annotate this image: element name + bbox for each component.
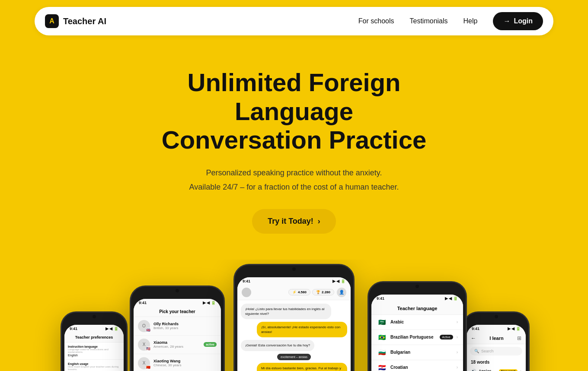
filter-icon: ⊞ xyxy=(517,335,521,341)
teacher-desc: American, 28 years xyxy=(153,345,200,349)
word-item: 🔊 Ansias New word › xyxy=(467,366,526,371)
word-text: Ansias xyxy=(479,369,496,371)
phone-left: 9:41▶ ◀ 🔋 Pick your teacher O 🇬🇧 Olly Ri… xyxy=(130,285,225,371)
chat-header: ⚡ 4.580 🏆 2.280 👤 xyxy=(237,285,351,300)
logo[interactable]: A Teacher AI xyxy=(45,14,106,28)
lang-name: Bulgarian xyxy=(390,350,453,355)
new-word-badge: New word xyxy=(499,369,518,371)
score1: ⚡ 4.580 xyxy=(288,289,310,295)
words-list: 🔊 Ansias New word › 🔊 Bienvenido › 🔊 Pel… xyxy=(467,366,526,371)
teacher-name: Xiaoma xyxy=(153,340,200,345)
active-badge: active xyxy=(204,342,217,347)
hero-subtitle2: Available 24/7 – for a fraction of the c… xyxy=(9,181,579,193)
teacher-info: Xiaoting Wang Chinese, 30 years xyxy=(153,359,217,367)
words-title: I learn xyxy=(489,336,503,341)
teacher-info: Xiaoma American, 28 years xyxy=(153,340,200,349)
phone-right: 9:41▶ ◀ 🔋 Teacher language 🇸🇦 Arabic › 🇧… xyxy=(368,281,467,371)
pref-label: English usage xyxy=(68,362,120,365)
words-search[interactable]: 🔍 Search xyxy=(470,347,522,355)
lang-item: 🇧🇬 Bulgarian › xyxy=(371,345,463,360)
hero-section: Unlimited Foreign Language Conversation … xyxy=(0,42,588,242)
logo-text: Teacher AI xyxy=(63,16,106,26)
profile-icon: 👤 xyxy=(337,288,346,297)
chat-message: Mi día estuvo bastante bien, gracias. Fu… xyxy=(257,363,347,371)
phone-center: 9:41▶ ◀ 🔋 ⚡ 4.580 🏆 2.280 👤 ¡Hola! ¿List… xyxy=(233,264,355,371)
nav-for-schools[interactable]: For schools xyxy=(358,17,394,25)
teacher-header: Pick your teacher xyxy=(134,307,221,317)
active-lang-badge: Active xyxy=(440,335,453,339)
navbar: A Teacher AI For schools Testimonials He… xyxy=(35,7,553,35)
teacher-avatar: O 🇬🇧 xyxy=(138,320,150,332)
teacher-avatar: X 🇺🇸 xyxy=(138,339,150,351)
logo-icon: A xyxy=(45,14,59,28)
words-header: ← I learn ⊞ xyxy=(467,333,526,344)
teacher-info: Olly Richards British, 33 years xyxy=(153,322,217,330)
lang-chevron-icon: › xyxy=(457,320,458,324)
login-button[interactable]: → Login xyxy=(493,12,543,30)
pref-desc: Language used for instructions and expla… xyxy=(68,348,120,353)
phone-far-right: 9:41▶ ◀ 🔋 ← I learn ⊞ 🔍 Search 18 words … xyxy=(463,311,530,371)
lang-name: Croatian xyxy=(390,365,453,370)
hero-title: Unlimited Foreign Language Conversation … xyxy=(130,68,458,155)
chat-message: excitement – ansias xyxy=(277,354,311,361)
login-icon: → xyxy=(503,17,510,25)
teacher-list: O 🇬🇧 Olly Richards British, 33 years X 🇺… xyxy=(134,317,221,371)
search-icon: 🔍 xyxy=(474,349,479,353)
chat-message: ¡Hola! ¿Listo para llevar tus habilidade… xyxy=(241,304,331,319)
flag-badge: 🇬🇧 xyxy=(146,328,151,333)
nav-testimonials[interactable]: Testimonials xyxy=(410,17,448,25)
phone-far-left: 9:41▶ ◀ 🔋 Teacher preferences Instructio… xyxy=(61,311,128,371)
score2: 🏆 2.280 xyxy=(312,289,334,295)
lang-item: 🇧🇷 Brazilian Portuguese Active › xyxy=(371,330,463,345)
words-count: 18 words xyxy=(467,358,526,366)
flag-badge: 🇺🇸 xyxy=(146,346,151,352)
teacher-avatar: X 🇨🇳 xyxy=(138,357,150,369)
pref-label: Instruction language xyxy=(68,345,120,348)
lang-chevron-icon: › xyxy=(457,350,458,355)
chat-avatar xyxy=(242,288,251,297)
flag-badge: 🇨🇳 xyxy=(146,365,151,370)
chat-messages: ¡Hola! ¿Listo para llevar tus habilidade… xyxy=(237,300,351,371)
chevron-icon: › xyxy=(520,369,521,371)
phones-showcase: 9:41▶ ◀ 🔋 Teacher preferences Instructio… xyxy=(0,260,588,371)
lang-flag: 🇸🇦 xyxy=(377,318,387,326)
lang-item: 🇸🇦 Arabic › xyxy=(371,315,463,330)
teacher-name: Olly Richards xyxy=(153,322,217,326)
pref-title: Teacher preferences xyxy=(64,333,124,342)
speaker-icon: 🔊 xyxy=(471,369,476,371)
chat-message: ¡Genial! Esta conversación fue tu dia ho… xyxy=(241,340,314,351)
cta-button[interactable]: Try it Today! › xyxy=(252,209,336,234)
hero-subtitle1: Personalized speaking practice without t… xyxy=(9,167,579,179)
pref-item: Instruction language Language used for i… xyxy=(64,342,124,360)
lang-chevron-icon: › xyxy=(457,365,458,370)
lang-name: Brazilian Portuguese xyxy=(390,335,436,339)
lang-item: 🇭🇷 Croatian › xyxy=(371,360,463,371)
teacher-name: Xiaoting Wang xyxy=(153,359,217,363)
lang-flag: 🇧🇬 xyxy=(377,349,387,356)
lang-name: Arabic xyxy=(390,320,453,324)
teacher-desc: Chinese, 30 years xyxy=(153,363,217,367)
arrow-icon: › xyxy=(318,217,320,226)
pref-list: Instruction language Language used for i… xyxy=(64,342,124,371)
score-badges: ⚡ 4.580 🏆 2.280 xyxy=(288,289,334,295)
lang-header: Teacher language xyxy=(371,302,463,315)
lang-flag: 🇭🇷 xyxy=(377,364,387,371)
chat-message: ¡Sí, absolutamente! ¡He estado esperando… xyxy=(257,322,347,337)
teacher-item: X 🇺🇸 Xiaoma American, 28 years active xyxy=(134,336,221,354)
teacher-desc: British, 33 years xyxy=(153,326,217,330)
nav-links: For schools Testimonials Help → Login xyxy=(358,12,543,30)
teacher-item: O 🇬🇧 Olly Richards British, 33 years xyxy=(134,317,221,336)
lang-list: 🇸🇦 Arabic › 🇧🇷 Brazilian Portuguese Acti… xyxy=(371,315,463,371)
pref-value: English xyxy=(68,354,120,357)
pref-item: English usage How much English your teac… xyxy=(64,360,124,371)
lang-chevron-icon: › xyxy=(457,335,458,339)
lang-flag: 🇧🇷 xyxy=(377,333,387,341)
nav-help[interactable]: Help xyxy=(463,17,478,25)
pref-desc: How much English your teacher uses durin… xyxy=(68,365,120,371)
back-arrow: ← xyxy=(471,335,476,341)
teacher-item: X 🇨🇳 Xiaoting Wang Chinese, 30 years xyxy=(134,354,221,371)
